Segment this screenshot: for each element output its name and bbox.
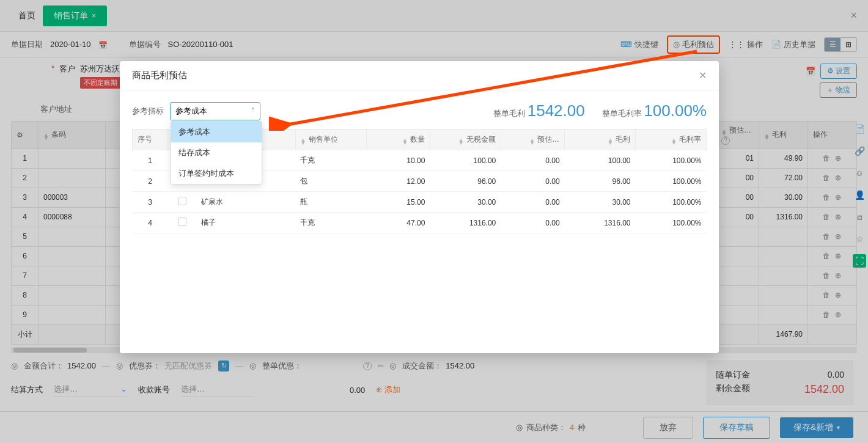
sum-rate-label: 整单毛利率 <box>602 109 642 118</box>
cell-rate: 100.00% <box>636 150 707 171</box>
sort-icon <box>608 139 613 145</box>
cell-amount: 30.00 <box>430 192 501 213</box>
cell-check[interactable] <box>167 192 196 213</box>
criteria-dropdown: 参考成本 结存成本 订单签约时成本 <box>171 121 262 185</box>
profit-estimate-modal: 商品毛利预估 ✕ 参考指标 ˄ 参考成本 结存成本 订单签约时成本 整单毛利 1… <box>120 61 719 353</box>
cell-n: 3 <box>133 192 168 213</box>
sort-icon <box>671 139 677 145</box>
col-profit[interactable]: 毛利 <box>565 130 636 150</box>
cell-est: 0.00 <box>501 150 564 171</box>
cell-profit: 30.00 <box>565 192 636 213</box>
cell-qty: 15.00 <box>366 192 430 213</box>
cell-rate: 100.00% <box>636 192 707 213</box>
col-qty[interactable]: 数量 <box>366 130 430 150</box>
cell-profit: 96.00 <box>565 171 636 192</box>
cell-qty: 12.00 <box>366 171 430 192</box>
modal-header: 商品毛利预估 ✕ <box>120 61 719 90</box>
criteria-value[interactable] <box>175 106 237 115</box>
dropdown-item-sign-cost[interactable]: 订单签约时成本 <box>171 163 262 184</box>
cell-check[interactable] <box>167 213 196 233</box>
cell-n: 1 <box>133 150 168 171</box>
col-unit[interactable]: 销售单位 <box>295 130 366 150</box>
sum-rate-value: 100.00% <box>644 101 707 120</box>
modal-summary: 整单毛利 1542.00 整单毛利率 100.00% <box>493 101 707 120</box>
cell-est: 0.00 <box>501 213 564 233</box>
col-rate-label: 毛利率 <box>679 135 701 144</box>
cell-n: 4 <box>133 213 168 233</box>
cell-n: 2 <box>133 171 168 192</box>
criteria-label: 参考指标 <box>132 106 164 117</box>
profit-row[interactable]: 3 矿泉水 瓶 15.00 30.00 0.00 30.00 100.00% <box>133 192 707 213</box>
cell-amount: 1316.00 <box>430 213 501 233</box>
cell-est: 0.00 <box>501 171 564 192</box>
col-qty-label: 数量 <box>410 135 425 144</box>
checkbox-icon[interactable] <box>178 197 186 205</box>
cell-qty: 10.00 <box>366 150 430 171</box>
criteria-select[interactable]: ˄ 参考成本 结存成本 订单签约时成本 <box>170 102 260 120</box>
col-unit-label: 销售单位 <box>309 135 338 144</box>
profit-row[interactable]: 4 橘子 千克 47.00 1316.00 0.00 1316.00 100.0… <box>133 213 707 233</box>
cell-qty: 47.00 <box>366 213 430 233</box>
col-rate[interactable]: 毛利率 <box>636 130 707 150</box>
cell-amount: 96.00 <box>430 171 501 192</box>
cell-amount: 100.00 <box>430 150 501 171</box>
col-n[interactable]: 序号 <box>133 130 168 150</box>
col-est[interactable]: 预估… <box>501 130 564 150</box>
modal-close-icon[interactable]: ✕ <box>699 70 707 81</box>
cell-rate: 100.00% <box>636 171 707 192</box>
sort-icon <box>458 139 464 145</box>
cell-profit: 1316.00 <box>565 213 636 233</box>
col-profit-label: 毛利 <box>616 135 630 144</box>
col-amount[interactable]: 无税金额 <box>430 130 501 150</box>
cell-name: 矿泉水 <box>196 192 295 213</box>
sum-profit-label: 整单毛利 <box>493 109 525 118</box>
cell-unit: 千克 <box>295 213 366 233</box>
cell-unit: 瓶 <box>295 192 366 213</box>
col-amount-label: 无税金额 <box>466 135 496 144</box>
cell-est: 0.00 <box>501 192 564 213</box>
chevron-up-icon: ˄ <box>251 107 255 115</box>
modal-body: 参考指标 ˄ 参考成本 结存成本 订单签约时成本 整单毛利 1542.00 整单… <box>120 90 719 244</box>
col-est-label: 预估… <box>537 135 559 144</box>
modal-title: 商品毛利预估 <box>132 70 187 81</box>
sum-profit-value: 1542.00 <box>528 101 585 120</box>
checkbox-icon[interactable] <box>178 218 186 226</box>
cell-profit: 100.00 <box>565 150 636 171</box>
cell-name: 橘子 <box>196 213 295 233</box>
cell-unit: 千克 <box>295 150 366 171</box>
dropdown-item-ref-cost[interactable]: 参考成本 <box>171 122 262 142</box>
criteria-row: 参考指标 ˄ 参考成本 结存成本 订单签约时成本 整单毛利 1542.00 整单… <box>132 101 707 120</box>
sort-icon <box>402 139 408 145</box>
dropdown-item-balance-cost[interactable]: 结存成本 <box>171 142 262 163</box>
cell-rate: 100.00% <box>636 213 707 233</box>
sort-icon <box>529 139 535 145</box>
sort-icon <box>301 139 306 145</box>
cell-unit: 包 <box>295 171 366 192</box>
